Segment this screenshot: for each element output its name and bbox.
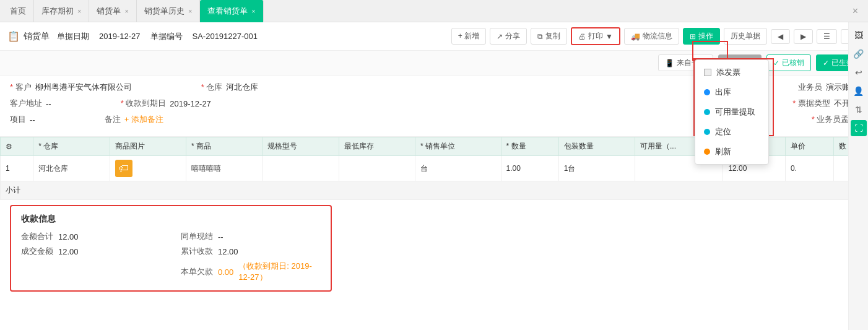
copy-button[interactable]: ⧉ 复制 (531, 28, 567, 45)
sidebar-icon-sort[interactable]: ⇅ (851, 102, 867, 118)
add-note-button[interactable]: + 添加备注 (124, 114, 163, 125)
cell-spec (263, 156, 339, 181)
tab-sales-label: 销货单 (97, 6, 121, 17)
operation-icon: ⊞ (690, 32, 696, 41)
dropdown-refresh-label: 刷新 (715, 146, 731, 157)
doc-title-text: 销货单 (24, 31, 50, 42)
outbound-dot (704, 89, 710, 95)
address-field: 客户地址 -- (10, 98, 51, 109)
payment-total-label: 金额合计 (21, 231, 53, 242)
logistics-label: 物流信息 (643, 31, 672, 41)
doc-header: 📋 销货单 单据日期 2019-12-27 单据编号 SA-20191227-0… (0, 22, 868, 51)
tab-home[interactable]: 首页 (5, 0, 34, 22)
address-value: -- (46, 99, 51, 108)
tab-sales-close[interactable]: × (124, 7, 128, 15)
payment-same-order-value: -- (218, 232, 224, 241)
effective-icon: ✓ (823, 59, 829, 67)
dropdown-item-refresh[interactable]: 刷新 (695, 142, 768, 162)
sidebar-icon-link[interactable]: 🔗 (851, 46, 867, 62)
check-button[interactable]: ✓ 已核销 (766, 54, 811, 71)
tab-view-sales-label: 查看销货单 (207, 6, 248, 17)
cell-unit: 台 (415, 156, 501, 181)
tab-inventory-label: 库存期初 (41, 6, 74, 17)
tab-bar: 首页 库存期初 × 销货单 × 销货单历史 × 查看销货单 × × (0, 0, 868, 22)
available-dot (704, 109, 710, 115)
col-min-stock: 最低库存 (339, 137, 415, 156)
new-button[interactable]: + 新增 (451, 28, 486, 45)
payment-owed-label: 本单欠款 (181, 266, 213, 277)
history-button[interactable]: 历史单据 (724, 28, 767, 45)
share-icon: ↗ (497, 32, 503, 41)
doc-icon: 📋 (7, 30, 20, 42)
print-dropdown-icon: ▼ (605, 32, 613, 41)
tab-home-label: 首页 (10, 6, 26, 17)
next-button[interactable]: ▶ (794, 29, 813, 44)
subtotal-row: 小计 (1, 181, 868, 200)
col-pack-qty: 包装数量 (558, 137, 635, 156)
col-warehouse: * 仓库 (33, 137, 110, 156)
tab-sales-history-close[interactable]: × (188, 7, 192, 15)
tab-sales[interactable]: 销货单 × (89, 0, 136, 22)
doc-date-label: 单据日期 (57, 31, 89, 42)
col-spec: 规格型号 (263, 137, 339, 156)
cell-warehouse: 河北仓库 (33, 156, 110, 181)
payment-same-order-label: 同单现结 (181, 231, 213, 242)
payment-deal-row: 成交金额 12.00 (21, 246, 161, 257)
payment-section: 收款信息 金额合计 12.00 同单现结 -- 成交金额 12.00 累计收款 … (10, 205, 332, 292)
customer-label: 客户 (10, 82, 32, 93)
operation-dropdown: 添发票 出库 可用量提取 定位 刷新 (695, 59, 769, 165)
tab-inventory[interactable]: 库存期初 × (34, 0, 89, 22)
payment-deal-value: 12.00 (58, 247, 79, 256)
prev-button[interactable]: ◀ (771, 29, 790, 44)
payment-grid: 金额合计 12.00 同单现结 -- 成交金额 12.00 累计收款 12.00… (21, 231, 321, 283)
payment-accumulated-value: 12.00 (218, 247, 238, 256)
warehouse-label: 仓库 (201, 82, 223, 93)
tab-view-sales-close[interactable]: × (251, 7, 255, 15)
phone-icon: 📱 (665, 59, 674, 67)
copy-label: 复制 (545, 31, 560, 41)
operation-button[interactable]: ⊞ 操作 (683, 28, 720, 45)
cell-index: 1 (1, 156, 33, 181)
warehouse-field: 仓库 河北仓库 (201, 82, 259, 93)
logistics-icon: 🚚 (631, 32, 640, 41)
col-price: 单价 (786, 137, 834, 156)
copy-icon: ⧉ (537, 32, 543, 41)
payment-total-row: 金额合计 12.00 (21, 231, 161, 242)
warehouse-value: 河北仓库 (226, 82, 258, 93)
project-field: 项目 -- (10, 114, 35, 125)
col-settings[interactable]: ⚙ (1, 137, 33, 156)
note-label: 备注 (105, 114, 121, 125)
sidebar-icon-back[interactable]: ↩ (851, 64, 867, 80)
customer-field: 客户 柳州粤港平安气体有限公司 (10, 82, 132, 93)
ticket-type-label: 票据类型 (792, 98, 830, 109)
dropdown-item-locate[interactable]: 定位 (695, 122, 768, 142)
dropdown-item-available[interactable]: 可用量提取 (695, 102, 768, 122)
sidebar-icon-expand[interactable]: ⛶ (851, 120, 867, 136)
share-label: 分享 (505, 31, 520, 41)
print-label: 打印 (588, 31, 603, 41)
tab-sales-history[interactable]: 销货单历史 × (137, 0, 200, 22)
doc-number-value: SA-20191227-001 (193, 32, 258, 41)
history-label: 历史单据 (731, 31, 760, 41)
print-button[interactable]: 🖨 打印 ▼ (571, 27, 620, 45)
locate-dot (704, 129, 710, 135)
toolbar: + 新增 ↗ 分享 ⧉ 复制 🖨 打印 ▼ 🚚 物流信息 ⊞ 操作 (451, 27, 861, 45)
dropdown-item-invoice[interactable]: 添发票 (695, 63, 768, 82)
invoice-icon (704, 69, 711, 76)
dropdown-item-outbound[interactable]: 出库 (695, 82, 768, 102)
address-label: 客户地址 (10, 98, 42, 109)
window-close-btn[interactable]: × (848, 6, 863, 17)
logistics-button[interactable]: 🚚 物流信息 (624, 28, 679, 45)
sidebar-icon-user[interactable]: 👤 (851, 83, 867, 99)
tab-view-sales[interactable]: 查看销货单 × (200, 0, 263, 22)
cell-image: 🏷 (110, 156, 186, 181)
dropdown-invoice-label: 添发票 (716, 67, 740, 78)
tab-inventory-close[interactable]: × (77, 7, 81, 15)
share-button[interactable]: ↗ 分享 (490, 28, 527, 45)
tab-sales-history-label: 销货单历史 (144, 6, 184, 17)
sidebar-icon-image[interactable]: 🖼 (851, 27, 867, 43)
doc-date-value: 2019-12-27 (99, 32, 141, 41)
payment-accumulated-label: 累计收款 (181, 246, 213, 257)
note-field: 备注 + 添加备注 (105, 114, 163, 125)
view-toggle-list[interactable]: ☰ (817, 29, 837, 44)
